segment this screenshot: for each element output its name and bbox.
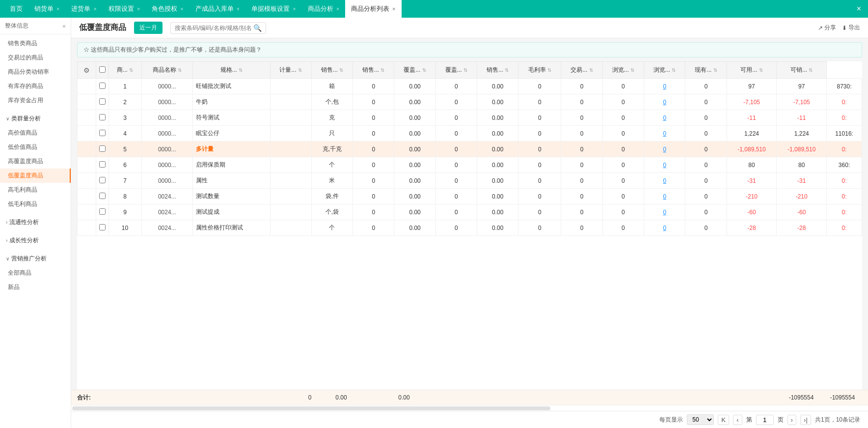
nav-purchase-close[interactable]: × [93, 6, 96, 12]
nav-permissions[interactable]: 权限设置 × [103, 0, 146, 18]
row-browse2: 0 [685, 110, 727, 126]
row-browse1[interactable]: 0 [644, 204, 685, 220]
row-browse1[interactable]: 0 [644, 157, 685, 173]
sidebar-item-all-products[interactable]: 全部商品 [0, 266, 71, 280]
sidebar-item-high-coverage[interactable]: 高覆盖度商品 [0, 154, 71, 169]
row-browse1[interactable]: 0 [644, 173, 685, 189]
sidebar-group-cluster-title[interactable]: ∨ 类群量分析 [0, 112, 71, 126]
share-button[interactable]: ↗ 分享 [818, 24, 836, 32]
row-checkbox[interactable] [99, 208, 106, 215]
row-checkbox[interactable] [99, 83, 106, 89]
row-checkbox[interactable] [99, 224, 106, 230]
last-page-button[interactable]: ›| [800, 415, 811, 425]
nav-template-close[interactable]: × [293, 6, 296, 12]
sidebar-item-new-products[interactable]: 新品 [0, 280, 71, 294]
row-checkbox[interactable] [99, 130, 106, 136]
row-checkbox[interactable] [99, 114, 106, 120]
row-cover1: 0 [435, 79, 477, 94]
row-browse1[interactable]: 0 [644, 79, 685, 94]
row-browse1[interactable]: 0 [644, 220, 685, 236]
row-checkbox-cell[interactable] [96, 173, 108, 189]
nav-role[interactable]: 角色授权 × [146, 0, 189, 18]
nav-template[interactable]: 单据模板设置 × [245, 0, 301, 18]
row-checkbox-cell[interactable] [96, 110, 108, 126]
nav-permissions-close[interactable]: × [137, 6, 140, 12]
row-unit: 个,袋 [311, 204, 353, 220]
period-button-month[interactable]: 近一月 [134, 22, 163, 34]
nav-product-entry[interactable]: 产成品入库单 × [190, 0, 245, 18]
row-sales3: 0 [518, 110, 561, 126]
page-input[interactable] [756, 415, 774, 425]
row-checkbox-cell[interactable] [96, 126, 108, 142]
sidebar-group-circulation-title[interactable]: › 流通性分析 [0, 215, 71, 229]
row-checkbox-cell[interactable] [96, 220, 108, 236]
row-cover1: 0 [435, 110, 477, 126]
row-browse1[interactable]: 0 [644, 110, 685, 126]
window-close-button[interactable]: × [854, 3, 864, 14]
sidebar-item-traded-products[interactable]: 交易过的商品 [0, 51, 71, 65]
row-checkbox-cell[interactable] [96, 157, 108, 173]
prev-page-button[interactable]: ‹ [733, 415, 742, 425]
sidebar-item-high-value[interactable]: 高价值商品 [0, 126, 71, 140]
row-browse1[interactable]: 0 [644, 126, 685, 142]
nav-product-entry-close[interactable]: × [237, 6, 240, 12]
row-trade: 0 [602, 94, 644, 110]
nav-sales[interactable]: 销货单 × [28, 0, 65, 18]
row-checkbox-cell[interactable] [96, 79, 108, 94]
first-page-button[interactable]: K [718, 415, 729, 425]
sidebar-item-high-margin[interactable]: 高毛利商品 [0, 183, 71, 197]
row-checkbox[interactable] [99, 161, 106, 168]
row-checkbox-cell[interactable] [96, 94, 108, 110]
row-cover1: 0 [435, 204, 477, 220]
row-checkbox[interactable] [99, 98, 106, 105]
search-icon[interactable]: 🔍 [253, 24, 262, 32]
nav-product-analysis-close[interactable]: × [336, 6, 339, 12]
row-browse1[interactable]: 0 [644, 94, 685, 110]
row-code: 0000... [141, 110, 193, 126]
nav-home[interactable]: 首页 [4, 0, 28, 18]
nav-product-analysis-list[interactable]: 商品分析列表 × [345, 0, 401, 18]
sidebar-item-category-rate[interactable]: 商品分类动销率 [0, 65, 71, 79]
nav-product-analysis-list-close[interactable]: × [392, 6, 395, 12]
nav-role-close[interactable]: × [180, 6, 183, 12]
row-browse1[interactable]: 0 [644, 189, 685, 204]
checkbox-column-header[interactable] [96, 62, 108, 79]
table-row: 2 0000... 牛奶 个,包 0 0.00 0 0.00 0 0 0 0 0… [78, 94, 862, 110]
row-sales3: 0 [518, 220, 561, 236]
sidebar-item-inventory-fund[interactable]: 库存资金占用 [0, 93, 71, 108]
nav-sales-close[interactable]: × [56, 6, 59, 12]
sidebar-header[interactable]: 整体信息 « [0, 18, 71, 34]
row-checkbox[interactable] [99, 193, 106, 199]
sidebar-item-stocked-products[interactable]: 有库存的商品 [0, 79, 71, 93]
row-sales3: 0 [518, 157, 561, 173]
nav-product-analysis[interactable]: 商品分析 × [302, 0, 345, 18]
row-gross-rate: 0 [561, 189, 602, 204]
sidebar-group-growth-title[interactable]: › 成长性分析 [0, 233, 71, 248]
sidebar-item-low-value[interactable]: 低价值商品 [0, 140, 71, 154]
row-checkbox[interactable] [99, 177, 106, 183]
row-checkbox-cell[interactable] [96, 204, 108, 220]
row-unit: 克,千克 [311, 142, 353, 157]
gear-column-header[interactable]: ⚙ [78, 62, 96, 79]
select-all-checkbox[interactable] [99, 66, 106, 73]
sidebar-item-low-margin[interactable]: 低毛利商品 [0, 197, 71, 211]
next-page-button[interactable]: › [787, 415, 796, 425]
search-input[interactable] [175, 25, 253, 31]
row-cover2: 0.00 [477, 142, 518, 157]
sidebar-group-marketing-title[interactable]: ∨ 营销推广分析 [0, 252, 71, 266]
row-browse1[interactable]: 0 [644, 142, 685, 157]
row-trade: 0 [602, 204, 644, 220]
export-button[interactable]: ⬇ 导出 [842, 24, 860, 32]
row-checkbox-cell[interactable] [96, 189, 108, 204]
nav-purchase[interactable]: 进货单 × [65, 0, 102, 18]
sidebar-item-sales-products[interactable]: 销售类商品 [0, 36, 71, 51]
row-code: 0000... [141, 173, 193, 189]
sidebar-item-low-coverage[interactable]: 低覆盖度商品 [0, 169, 71, 183]
page-size-select[interactable]: 50 100 200 [687, 414, 714, 425]
row-checkbox-cell[interactable] [96, 142, 108, 157]
sidebar-collapse-icon[interactable]: « [62, 23, 66, 29]
row-unit: 箱 [311, 79, 353, 94]
row-no: 2 [108, 94, 141, 110]
footer-label: 合计: [77, 394, 107, 402]
row-checkbox[interactable] [99, 145, 106, 152]
